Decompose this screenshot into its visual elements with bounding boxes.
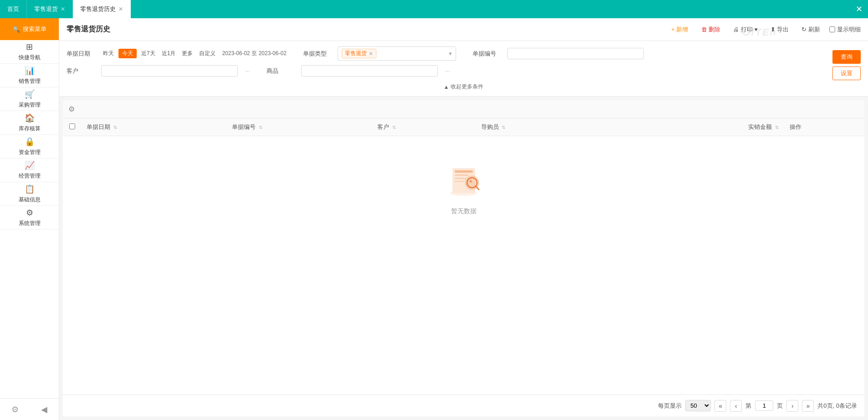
- page-prefix-label: 第: [745, 402, 751, 410]
- show-detail-input[interactable]: [829, 26, 835, 32]
- empty-illustration: [441, 154, 487, 200]
- th-amount[interactable]: 实销金额 ⇅: [639, 118, 784, 136]
- page-header: 零售退货历史 + 新增 🗑 删除 🖨 打印 ▾ ⬆ 导出 ↻ 刷新: [59, 18, 868, 41]
- purchase-icon: 🛒: [25, 89, 35, 99]
- export-button[interactable]: ⬆ 导出: [767, 24, 793, 36]
- sales-icon: 📊: [25, 66, 35, 76]
- empty-state: 暂无数据: [63, 136, 864, 234]
- collapse-label: 收起更多条件: [451, 83, 483, 91]
- sidebar-item-basic-info-label: 基础信息: [19, 196, 41, 204]
- add-button[interactable]: + 新增: [668, 24, 692, 36]
- sidebar-search[interactable]: 🔍 搜索菜单: [0, 18, 59, 40]
- doc-type-filter-label: 单据类型: [303, 50, 330, 58]
- sidebar-item-operations[interactable]: 📈 经营管理: [0, 159, 59, 182]
- page-size-select[interactable]: 50 10 20 100: [685, 400, 711, 411]
- date-filter-label: 单据日期: [67, 50, 94, 58]
- doc-type-select[interactable]: 零售退货 ✕ ▾: [338, 46, 456, 61]
- basic-info-icon: 📋: [25, 184, 35, 194]
- sidebar-item-system-mgmt[interactable]: ⚙ 系统管理: [0, 206, 59, 230]
- sidebar-item-quick-nav-label: 快捷导航: [19, 54, 41, 61]
- select-all-checkbox[interactable]: [69, 123, 75, 129]
- doc-number-filter-label: 单据编号: [473, 50, 500, 58]
- footer-settings-icon[interactable]: ⚙: [11, 405, 19, 415]
- goods-filter-label: 商品: [267, 67, 294, 75]
- show-detail-checkbox[interactable]: 显示明细: [829, 26, 861, 34]
- date-opt-yesterday[interactable]: 昨天: [101, 49, 116, 58]
- th-guide[interactable]: 导购员 ⇅: [476, 118, 600, 136]
- footer-collapse-icon[interactable]: ◀: [41, 405, 47, 415]
- svg-point-9: [469, 180, 472, 183]
- collapse-bar[interactable]: ▲ 收起更多条件: [67, 81, 861, 91]
- next-page-button[interactable]: ›: [786, 400, 798, 412]
- operations-icon: 📈: [25, 160, 35, 170]
- filter-section: 单据日期 昨天 今天 近7天 近1月 更多 自定义 2023-06-02 至 2…: [59, 41, 868, 97]
- system-icon: ⚙: [26, 208, 33, 218]
- current-page-input[interactable]: [755, 400, 773, 411]
- goods-input[interactable]: [301, 65, 438, 77]
- th-checkbox: [63, 118, 81, 136]
- sidebar-item-inventory-label: 库存核算: [19, 125, 41, 133]
- sidebar-search-label: 搜索菜单: [23, 25, 46, 33]
- date-opt-last-month[interactable]: 近1月: [160, 49, 178, 58]
- doc-type-tag: 零售退货 ✕: [342, 49, 376, 58]
- sidebar-item-finance[interactable]: 🔒 资金管理: [0, 135, 59, 159]
- sidebar-item-purchase-mgmt[interactable]: 🛒 采购管理: [0, 87, 59, 111]
- tab-retail-return-history[interactable]: 零售退货历史 ✕: [73, 0, 131, 18]
- refresh-button[interactable]: ↻ 刷新: [798, 24, 824, 36]
- tab-retail-return-close[interactable]: ✕: [61, 6, 65, 12]
- top-bar: 首页 零售退货 ✕ 零售退货历史 ✕ ✕: [0, 0, 868, 18]
- date-opt-today[interactable]: 今天: [118, 49, 137, 58]
- th-number[interactable]: 单据编号 ⇅: [226, 118, 372, 136]
- finance-icon: 🔒: [25, 137, 35, 147]
- date-range-display: 2023-06-02 至 2023-06-02: [222, 50, 286, 57]
- svg-rect-3: [455, 174, 468, 176]
- customer-input[interactable]: [101, 65, 238, 77]
- page-size-label: 每页显示: [658, 402, 682, 410]
- sidebar-item-basic-info[interactable]: 📋 基础信息: [0, 182, 59, 206]
- query-setting-panel: 查询 设置: [832, 50, 861, 80]
- prev-page-button[interactable]: ‹: [730, 400, 742, 412]
- doc-type-tag-close[interactable]: ✕: [369, 51, 373, 57]
- delete-button[interactable]: 🗑 删除: [698, 24, 724, 36]
- th-spacer: [600, 118, 639, 136]
- sidebar-item-sales-label: 销售管理: [19, 77, 41, 85]
- table-toolbar: ⚙: [63, 100, 864, 118]
- table-wrapper: 单据日期 ⇅ 单据编号 ⇅ 客户 ⇅: [63, 118, 864, 394]
- setting-button[interactable]: 设置: [832, 67, 861, 80]
- sidebar-footer: ⚙ ◀: [0, 398, 59, 420]
- filter-row-customer: 客户 ··· 商品 ···: [67, 65, 861, 77]
- tab-retail-return[interactable]: 零售退货 ✕: [27, 0, 73, 18]
- data-table: 单据日期 ⇅ 单据编号 ⇅ 客户 ⇅: [63, 118, 864, 136]
- th-number-sort-icon: ⇅: [259, 125, 262, 130]
- app-close-button[interactable]: ✕: [850, 0, 868, 18]
- sidebar-item-operations-label: 经营管理: [19, 172, 41, 180]
- doc-number-input[interactable]: [507, 48, 644, 59]
- query-button[interactable]: 查询: [832, 50, 861, 64]
- customer-dots-button[interactable]: ···: [245, 67, 250, 74]
- print-chevron-icon: ▾: [755, 26, 758, 33]
- tab-retail-return-history-close[interactable]: ✕: [118, 6, 123, 12]
- doc-type-chevron-icon: ▾: [449, 50, 452, 57]
- th-customer[interactable]: 客户 ⇅: [372, 118, 476, 136]
- svg-rect-2: [455, 170, 473, 173]
- th-date-sort-icon: ⇅: [113, 125, 117, 130]
- sidebar-item-inventory[interactable]: 🏠 库存核算: [0, 111, 59, 135]
- tab-home[interactable]: 首页: [0, 0, 27, 18]
- sidebar-item-purchase-label: 采购管理: [19, 101, 41, 109]
- first-page-button[interactable]: «: [714, 400, 726, 412]
- page-title: 零售退货历史: [67, 25, 668, 34]
- search-icon: 🔍: [13, 26, 20, 33]
- date-opt-last7[interactable]: 近7天: [139, 49, 157, 58]
- date-opt-more[interactable]: 更多: [180, 49, 195, 58]
- sidebar-item-sales-mgmt[interactable]: 📊 销售管理: [0, 64, 59, 87]
- th-amount-sort-icon: ⇅: [775, 125, 779, 130]
- last-page-button[interactable]: »: [802, 400, 814, 412]
- date-opt-custom[interactable]: 自定义: [197, 49, 217, 58]
- goods-dots-button[interactable]: ···: [445, 67, 450, 74]
- table-settings-icon[interactable]: ⚙: [68, 105, 75, 113]
- collapse-icon: ▲: [444, 84, 449, 90]
- print-button[interactable]: 🖨 打印 ▾: [729, 24, 761, 36]
- main-layout: 🔍 搜索菜单 ⊞ 快捷导航 📊 销售管理 🛒 采购管理 🏠 库存核算 🔒: [0, 18, 868, 420]
- sidebar-item-quick-nav[interactable]: ⊞ 快捷导航: [0, 40, 59, 64]
- th-date[interactable]: 单据日期 ⇅: [81, 118, 226, 136]
